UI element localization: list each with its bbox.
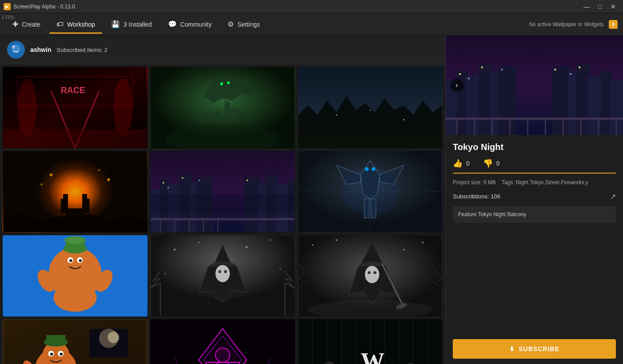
svg-point-93 [164, 273, 166, 274]
svg-rect-21 [3, 151, 147, 232]
svg-point-81 [174, 249, 176, 250]
svg-point-14 [220, 83, 223, 85]
svg-point-104 [365, 266, 379, 283]
svg-point-135 [204, 343, 242, 364]
external-link-icon[interactable]: ↗ [610, 192, 616, 201]
svg-rect-35 [168, 185, 182, 233]
svg-rect-37 [189, 182, 199, 232]
detail-meta: Project size: 9 MB Tags: Night,Tokyo,Str… [453, 178, 616, 188]
svg-rect-38 [196, 178, 213, 233]
community-label: Community [180, 21, 212, 28]
svg-point-91 [218, 270, 221, 273]
wallpaper-card[interactable] [298, 67, 443, 148]
wallpaper-card[interactable]: W [298, 319, 443, 364]
detail-divider [453, 173, 616, 174]
maximize-button[interactable]: □ [594, 2, 606, 11]
svg-point-28 [50, 174, 52, 176]
wallpaper-card[interactable]: noolopse [3, 319, 148, 364]
menu-community[interactable]: 💬 Community [161, 16, 219, 33]
wallpaper-card[interactable] [150, 151, 295, 232]
title-bar: ▶ ScreenPlay Alpha - 0.13.0 — □ ✕ [0, 0, 623, 13]
svg-point-101 [422, 241, 423, 243]
detail-info: Tokyo Night 👍 0 👎 0 Project size: 9 MB T… [446, 135, 623, 334]
svg-rect-65 [371, 199, 376, 218]
svg-point-103 [359, 261, 385, 271]
menu-create[interactable]: ✚ Create [5, 16, 48, 33]
next-preview-button[interactable]: › [450, 79, 463, 92]
svg-point-30 [40, 184, 42, 186]
settings-label: Settings [237, 21, 260, 28]
svg-point-78 [92, 267, 116, 295]
svg-point-105 [368, 271, 371, 274]
installed-label: 3 Installed [124, 21, 152, 28]
svg-rect-118 [46, 335, 65, 344]
svg-marker-61 [380, 166, 404, 185]
svg-rect-184 [579, 67, 580, 68]
svg-point-98 [312, 244, 313, 245]
svg-rect-56 [298, 151, 442, 232]
svg-rect-25 [82, 199, 89, 213]
svg-point-62 [365, 167, 369, 171]
wallpaper-card[interactable] [298, 151, 443, 232]
svg-point-96 [236, 297, 237, 298]
svg-point-73 [68, 257, 73, 263]
svg-point-89 [208, 264, 237, 302]
svg-point-79 [53, 283, 96, 312]
project-size-label: Project size: 9 MB [453, 179, 496, 186]
svg-rect-46 [182, 178, 183, 179]
svg-point-115 [34, 348, 77, 364]
wallpaper-card[interactable] [150, 235, 295, 317]
svg-point-9 [18, 79, 37, 136]
svg-marker-60 [336, 166, 360, 185]
svg-rect-45 [168, 187, 169, 188]
svg-point-100 [403, 249, 404, 250]
svg-point-83 [246, 246, 248, 248]
tags-text: Tags: Night,Tokyo,Street,Fireworks,y [502, 179, 588, 186]
menu-workshop[interactable]: 🏷 Workshop [49, 16, 102, 33]
svg-line-5 [51, 91, 75, 148]
menu-installed[interactable]: 💾 3 Installed [104, 16, 159, 33]
svg-rect-43 [288, 180, 295, 233]
dislikes-item[interactable]: 👎 0 [483, 158, 500, 168]
svg-rect-64 [364, 199, 369, 218]
svg-rect-130 [217, 362, 228, 364]
wallpaper-card[interactable] [3, 235, 148, 317]
svg-rect-67 [3, 235, 147, 317]
svg-line-107 [382, 264, 404, 307]
wallpaper-card[interactable] [3, 151, 148, 232]
svg-rect-7 [18, 77, 133, 106]
svg-rect-125 [151, 319, 295, 364]
svg-line-136 [175, 357, 189, 364]
wallpaper-card[interactable] [150, 67, 295, 148]
svg-point-122 [60, 353, 62, 356]
wallpaper-card[interactable] [298, 235, 443, 317]
notification-badge[interactable]: 0 [609, 20, 618, 29]
subscribe-button[interactable]: ⬇ SUBSCRIBE [453, 339, 616, 359]
svg-point-70 [63, 244, 87, 253]
close-button[interactable]: ✕ [607, 2, 619, 11]
svg-rect-17 [298, 134, 442, 148]
likes-item[interactable]: 👍 0 [453, 158, 470, 168]
detail-panel: › Tokyo Night 👍 0 👎 0 Project size: 9 MB… [445, 36, 623, 364]
gallery-panel[interactable]: ashwin Subscribed items: 2 [0, 36, 445, 364]
wallpaper-card[interactable]: RACE [3, 67, 148, 148]
svg-rect-80 [151, 235, 295, 317]
svg-point-68 [49, 247, 102, 300]
svg-point-74 [77, 257, 83, 263]
svg-point-88 [209, 261, 236, 271]
svg-point-123 [20, 359, 39, 364]
title-bar-left: ▶ ScreenPlay Alpha - 0.13.0 [4, 3, 75, 10]
wallpaper-card[interactable] [150, 319, 295, 364]
svg-point-117 [44, 338, 68, 346]
svg-rect-179 [468, 78, 470, 79]
svg-rect-55 [151, 194, 295, 213]
svg-point-90 [216, 265, 230, 282]
svg-point-63 [371, 167, 375, 171]
svg-rect-39 [244, 178, 261, 233]
svg-point-92 [224, 270, 227, 273]
minimize-button[interactable]: — [580, 2, 593, 11]
menu-settings[interactable]: ⚙ Settings [220, 16, 267, 33]
no-active-label: No active Wallpaper or Widgets [529, 21, 603, 28]
svg-rect-97 [298, 235, 442, 317]
likes-count: 0 [466, 160, 470, 167]
